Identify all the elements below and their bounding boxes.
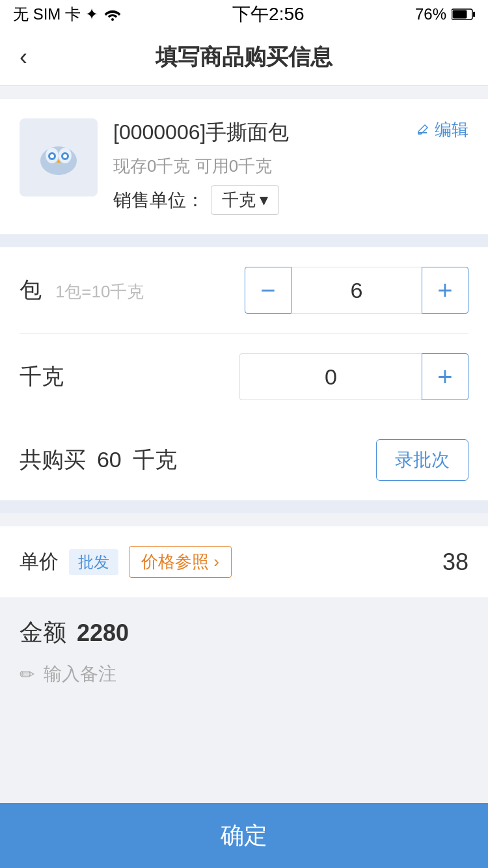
battery-icon xyxy=(452,8,475,20)
product-unit: 销售单位： 千克 ▾ xyxy=(113,185,468,215)
price-section: 单价 批发 价格参照 › 38 xyxy=(0,526,488,597)
product-name: [0000006]手撕面包 xyxy=(113,118,289,147)
quantity-label-bao: 包 1包=10千克 xyxy=(20,275,144,305)
price-label: 单价 xyxy=(20,549,59,575)
decrement-bao-button[interactable]: − xyxy=(245,267,291,314)
quantity-bao-input[interactable] xyxy=(291,267,422,314)
status-bar: 无 SIM 卡 ✦ 下午2:56 76% xyxy=(0,0,488,29)
svg-rect-3 xyxy=(453,10,467,19)
svg-point-0 xyxy=(111,18,114,21)
status-right: 76% xyxy=(415,5,475,23)
sim-status: 无 SIM 卡 ✦ xyxy=(13,4,98,25)
nav-title: 填写商品购买信息 xyxy=(156,42,332,72)
amount-row: 金额 2280 xyxy=(20,617,468,649)
back-button[interactable]: ‹ xyxy=(20,44,27,71)
note-row[interactable]: ✏ 输入备注 xyxy=(20,662,468,686)
owl-logo-icon xyxy=(36,135,81,180)
amount-value: 2280 xyxy=(77,619,129,647)
nav-bar: ‹ 填写商品购买信息 xyxy=(0,29,488,86)
confirm-button[interactable]: 确定 xyxy=(0,803,488,868)
note-placeholder: 输入备注 xyxy=(44,662,116,686)
product-stock: 现存0千克 可用0千克 xyxy=(113,155,468,178)
price-ref-button[interactable]: 价格参照 › xyxy=(129,546,232,578)
svg-point-10 xyxy=(63,154,67,158)
quantity-row-bao: 包 1包=10千克 − + xyxy=(20,247,468,334)
quantity-label-kg: 千克 xyxy=(20,362,64,392)
product-info: [0000006]手撕面包 编辑 现存0千克 可用0千克 销售单位： 千克 ▾ xyxy=(113,118,468,215)
quantity-row-kg: 千克 + xyxy=(20,334,468,420)
wifi-icon xyxy=(103,8,122,21)
total-text: 共购买 60 千克 xyxy=(20,445,177,475)
divider-1 xyxy=(0,234,488,247)
price-tag-wholesale: 批发 xyxy=(69,549,118,575)
quantity-section: 包 1包=10千克 − + 千克 + xyxy=(0,247,488,420)
divider-2 xyxy=(0,500,488,513)
product-image xyxy=(20,118,98,197)
increment-kg-button[interactable]: + xyxy=(422,353,468,400)
unit-select[interactable]: 千克 ▾ xyxy=(211,185,279,215)
product-card: [0000006]手撕面包 编辑 现存0千克 可用0千克 销售单位： 千克 ▾ xyxy=(0,99,488,234)
increment-bao-button[interactable]: + xyxy=(422,267,468,314)
amount-label: 金额 xyxy=(20,617,66,649)
quantity-controls-bao: − + xyxy=(245,267,468,314)
price-row: 单价 批发 价格参照 › 38 xyxy=(20,546,468,578)
status-time: 下午2:56 xyxy=(232,2,305,27)
quantity-kg-input[interactable] xyxy=(239,353,422,400)
svg-point-9 xyxy=(50,154,54,158)
batch-button[interactable]: 录批次 xyxy=(376,439,468,481)
amount-section: 金额 2280 ✏ 输入备注 xyxy=(0,597,488,706)
total-row: 共购买 60 千克 录批次 xyxy=(0,420,488,500)
pencil-icon: ✏ xyxy=(20,664,34,685)
status-left: 无 SIM 卡 ✦ xyxy=(13,4,122,25)
price-value: 38 xyxy=(442,549,468,576)
edit-button[interactable]: 编辑 xyxy=(416,118,468,141)
edit-icon xyxy=(416,123,431,137)
quantity-controls-kg: + xyxy=(239,353,468,400)
svg-rect-2 xyxy=(473,12,475,17)
battery-level: 76% xyxy=(415,5,446,23)
